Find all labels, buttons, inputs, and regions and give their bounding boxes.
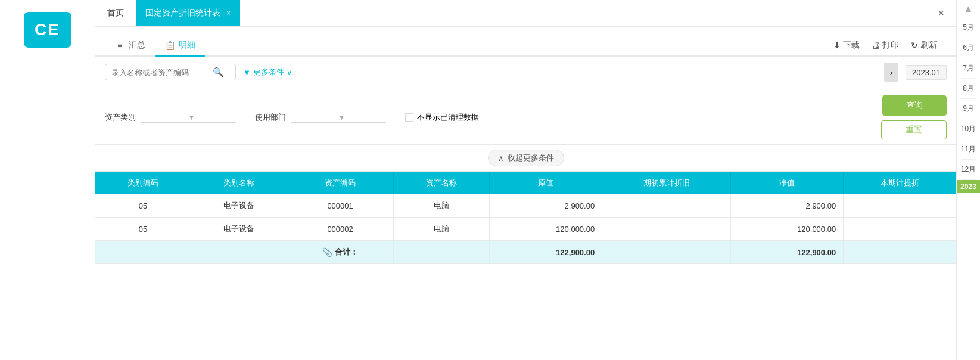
total-row: 📎合计：122,900.00122,900.00	[95, 241, 956, 264]
brand-logo: CE	[24, 12, 71, 48]
filter-department: 使用部门 ▼	[255, 112, 386, 123]
sidebar-month-10月[interactable]: 10月	[961, 119, 976, 139]
summary-icon: ≡	[114, 40, 125, 51]
search-input[interactable]	[111, 68, 213, 77]
cell-1-7	[844, 218, 956, 241]
cell-0-1: 电子设备	[191, 194, 287, 218]
nav-home[interactable]: 首页	[95, 0, 136, 26]
hide-cleared-checkbox-item: 不显示已清理数据	[405, 112, 479, 123]
date-nav-chevron[interactable]: ›	[884, 63, 898, 82]
cell-1-1: 电子设备	[191, 218, 287, 241]
more-conditions-button[interactable]: ▼ 更多条件 ∨	[243, 67, 293, 77]
cell-1-4: 120,000.00	[490, 218, 602, 241]
reset-button[interactable]: 重置	[881, 120, 947, 139]
collapse-bar: ∧ 收起更多条件	[95, 145, 956, 172]
cell-0-4: 2,900.00	[490, 194, 602, 218]
nav-tab-active[interactable]: 固定资产折旧统计表 ×	[136, 0, 240, 26]
cell-0-3: 电脑	[393, 194, 490, 218]
department-select[interactable]: ▼	[291, 113, 386, 123]
refresh-button[interactable]: ↻ 刷新	[911, 40, 937, 51]
chevron-down-icon: ∨	[287, 68, 293, 77]
toolbar-actions: ⬇ 下载 🖨 打印 ↻ 刷新	[833, 40, 947, 55]
download-icon: ⬇	[833, 41, 841, 50]
collapse-label: 收起更多条件	[508, 153, 554, 163]
col-header-2: 资产编码	[287, 172, 393, 194]
download-button[interactable]: ⬇ 下载	[833, 40, 860, 51]
hide-cleared-label: 不显示已清理数据	[417, 112, 479, 123]
tab-summary-label: 汇总	[129, 40, 145, 51]
print-label: 打印	[882, 40, 899, 51]
refresh-icon: ↻	[911, 41, 918, 50]
col-header-5: 期初累计折旧	[602, 172, 731, 194]
filter-asset-category: 资产类别 ▼	[105, 112, 236, 123]
asset-category-label: 资产类别	[105, 112, 136, 123]
table-row[interactable]: 05电子设备000002电脑120,000.00120,000.00	[95, 218, 956, 241]
date-label: 2023.01	[906, 65, 947, 80]
cell-1-0: 05	[95, 218, 191, 241]
department-arrow-icon: ▼	[338, 114, 384, 121]
cell-0-2: 000001	[287, 194, 393, 218]
filter-icon: ▼	[243, 68, 251, 77]
tab-detail[interactable]: 📋 明细	[155, 35, 205, 57]
col-header-4: 原值	[490, 172, 602, 194]
col-header-1: 类别名称	[191, 172, 287, 194]
cell-0-6: 2,900.00	[731, 194, 844, 218]
hide-cleared-checkbox[interactable]	[405, 113, 413, 122]
col-header-7: 本期计提折	[844, 172, 956, 194]
collapse-button[interactable]: ∧ 收起更多条件	[488, 150, 564, 166]
cell-1-2: 000002	[287, 218, 393, 241]
query-button[interactable]: 查询	[882, 95, 947, 116]
sidebar-month-6月[interactable]: 6月	[961, 38, 976, 58]
col-header-0: 类别编码	[95, 172, 191, 194]
sidebar-year-badge: 2023	[957, 180, 981, 193]
col-header-6: 净值	[731, 172, 844, 194]
detail-icon: 📋	[164, 40, 175, 51]
toolbar-tabs: ≡ 汇总 📋 明细 ⬇ 下载 🖨 打印 ↻ 刷新	[95, 27, 956, 57]
cell-0-0: 05	[95, 194, 191, 218]
search-bar: 🔍 ▼ 更多条件 ∨ › 2023.01	[95, 57, 956, 88]
sidebar-month-8月[interactable]: 8月	[961, 79, 976, 99]
sidebar-month-9月[interactable]: 9月	[961, 99, 976, 119]
print-icon: 🖨	[872, 41, 880, 50]
tab-summary[interactable]: ≡ 汇总	[105, 35, 155, 57]
sidebar-month-11月[interactable]: 11月	[961, 139, 976, 160]
more-conditions-label: 更多条件	[253, 67, 284, 77]
sidebar-scroll-up[interactable]: ▲	[964, 0, 973, 18]
cell-1-6: 120,000.00	[731, 218, 844, 241]
collapse-arrow-icon: ∧	[498, 154, 504, 163]
sidebar-month-5月[interactable]: 5月	[961, 18, 976, 38]
asset-category-arrow-icon: ▼	[188, 114, 234, 121]
cell-0-7	[844, 194, 956, 218]
window-close-icon[interactable]: ×	[938, 7, 944, 20]
filter-actions: 查询 重置	[881, 95, 947, 139]
data-table: 类别编码类别名称资产编码资产名称原值期初累计折旧净值本期计提折 05电子设备00…	[95, 172, 956, 264]
refresh-label: 刷新	[920, 40, 937, 51]
filter-area: 资产类别 ▼ 使用部门 ▼ 不显示已清理数据 查询 重置	[95, 88, 956, 145]
table-row[interactable]: 05电子设备000001电脑2,900.002,900.00	[95, 194, 956, 218]
top-nav: 首页 固定资产折旧统计表 × ×	[95, 0, 956, 27]
download-label: 下载	[843, 40, 860, 51]
search-input-wrap[interactable]: 🔍	[105, 64, 236, 80]
asset-category-select[interactable]: ▼	[141, 113, 236, 123]
sidebar-month-12月[interactable]: 12月	[961, 160, 976, 180]
search-icon[interactable]: 🔍	[213, 67, 224, 77]
cell-1-3: 电脑	[393, 218, 490, 241]
close-tab-icon[interactable]: ×	[226, 9, 231, 17]
right-sidebar: ▲ 5月6月7月8月9月10月11月12月 2023	[956, 0, 980, 360]
table-wrap: 类别编码类别名称资产编码资产名称原值期初累计折旧净值本期计提折 05电子设备00…	[95, 172, 956, 360]
sidebar-month-7月[interactable]: 7月	[961, 58, 976, 79]
cell-0-5	[602, 194, 731, 218]
col-header-3: 资产名称	[393, 172, 490, 194]
department-label: 使用部门	[255, 112, 286, 123]
nav-tab-label: 固定资产折旧统计表	[145, 8, 220, 18]
cell-1-5	[602, 218, 731, 241]
print-button[interactable]: 🖨 打印	[872, 40, 899, 51]
tab-detail-label: 明细	[179, 40, 195, 51]
brand-logo-text: CE	[35, 20, 60, 39]
